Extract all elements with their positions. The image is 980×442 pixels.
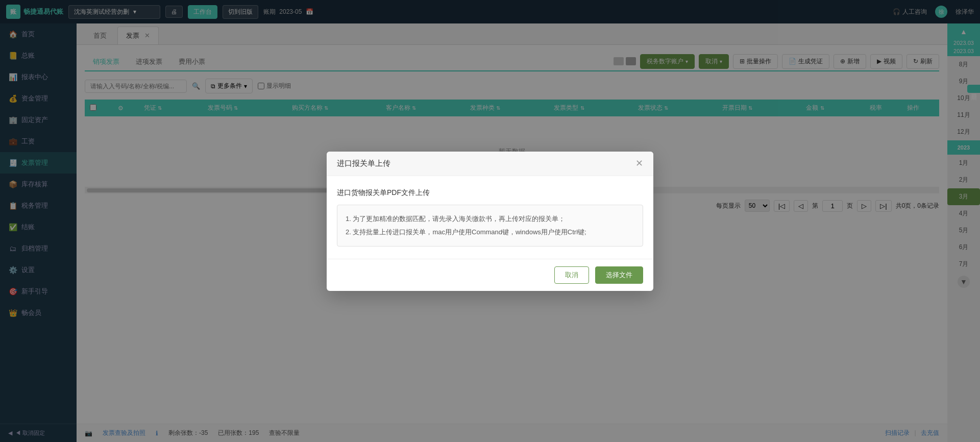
modal-footer: 取消 选择文件 [327,259,653,291]
modal-overlay[interactable]: 进口报关单上传 ✕ 进口货物报关单PDF文件上传 1. 为了更加精准的数据匹配，… [0,0,980,442]
modal-select-file-button[interactable]: 选择文件 [595,266,643,284]
modal-header: 进口报关单上传 ✕ [327,152,653,176]
modal-body: 进口货物报关单PDF文件上传 1. 为了更加精准的数据匹配，请先录入海关缴款书，… [327,176,653,259]
import-modal: 进口报关单上传 ✕ 进口货物报关单PDF文件上传 1. 为了更加精准的数据匹配，… [327,152,653,291]
upload-note-1: 1. 为了更加精准的数据匹配，请先录入海关缴款书，再上传对应的报关单； [346,212,634,226]
modal-cancel-button[interactable]: 取消 [554,266,589,284]
modal-close-button[interactable]: ✕ [635,159,643,168]
upload-title: 进口货物报关单PDF文件上传 [337,188,643,198]
upload-note-2: 2. 支持批量上传进口报关单，mac用户使用Command键，windows用户… [346,226,634,239]
upload-notes: 1. 为了更加精准的数据匹配，请先录入海关缴款书，再上传对应的报关单； 2. 支… [337,205,643,247]
modal-title: 进口报关单上传 [337,159,390,168]
